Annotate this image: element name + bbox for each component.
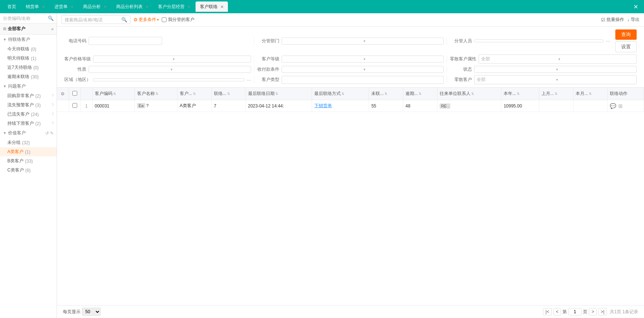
col-last-date[interactable]: 最后联络日期⇅: [246, 88, 312, 100]
col-contact-person[interactable]: 往来单位联系人⇅: [437, 88, 501, 100]
filter-payment-select[interactable]: ▾: [282, 66, 444, 73]
filter-retail-attr-select[interactable]: 全部 ▾: [479, 54, 637, 64]
nav-purchase[interactable]: 进货单 ✕: [50, 1, 78, 12]
sidebar-search-input[interactable]: [3, 16, 46, 21]
col-contact[interactable]: 联络...⇅: [211, 88, 246, 100]
filter-cust-level-select[interactable]: ▾: [282, 56, 444, 63]
pending-section-label: 待联络客户: [8, 36, 30, 43]
nav-customer-contact-close[interactable]: ✕: [221, 5, 223, 9]
nav-home[interactable]: 首页: [3, 1, 21, 12]
select-all-checkbox[interactable]: [72, 91, 77, 96]
row-check[interactable]: [69, 100, 80, 112]
col-name[interactable]: 客户名称⇅: [135, 88, 178, 100]
filter-dept-select[interactable]: ▾: [282, 38, 444, 45]
sidebar-item-churned[interactable]: 已流失客户 (24) ?: [0, 110, 57, 119]
first-page-btn[interactable]: |<: [543, 308, 552, 315]
my-customer-check[interactable]: [162, 17, 167, 22]
sidebar-item-unclassified[interactable]: 未分组 (32): [0, 138, 57, 147]
sidebar-item-tomorrow[interactable]: 明天待联络 (1): [0, 54, 57, 63]
export-icon: ↓: [627, 17, 629, 22]
settings-button[interactable]: 设置: [615, 41, 637, 52]
qr-icon[interactable]: ⊞: [618, 103, 623, 109]
search-input[interactable]: [65, 17, 120, 22]
nav-sales[interactable]: 销货单 ✕: [21, 1, 49, 12]
col-this-year[interactable]: 本年...⇅: [501, 88, 539, 100]
filter-nature-select[interactable]: ▾: [89, 66, 251, 73]
col-last-month[interactable]: 上月...⇅: [539, 88, 573, 100]
data-table-container: ⚙ 客户编码⇅ 客户名称⇅ 客户...⇅ 联络...⇅ 最后联络日期⇅ 最后联络…: [57, 88, 644, 305]
sidebar-item-a-class[interactable]: A类客户 (1): [0, 147, 57, 156]
filter-nature-arrow: ▾: [171, 67, 248, 71]
col-type[interactable]: 客户...⇅: [177, 88, 211, 100]
col-gear[interactable]: ⚙: [57, 88, 69, 100]
row-checkbox[interactable]: [72, 103, 77, 108]
per-page-select[interactable]: 50 100 200: [82, 308, 101, 316]
batch-op-btn[interactable]: ☑ 批量操作: [601, 17, 624, 23]
filter-region-dots[interactable]: ···: [247, 77, 251, 83]
chat-icon[interactable]: 💬: [610, 103, 616, 109]
nav-customer-tier-close[interactable]: ✕: [187, 5, 190, 9]
next-page-btn[interactable]: >: [589, 308, 597, 315]
row-contact-count: 7: [211, 100, 246, 112]
value-section-title[interactable]: ▼ 价值客户 ↺ ✎: [0, 128, 57, 138]
filter-retail-cust-select[interactable]: 全部 ▾: [474, 75, 637, 84]
col-no-contact[interactable]: 未联...⇅: [369, 88, 403, 100]
sidebar-collapse-btn[interactable]: «: [51, 26, 54, 32]
query-button[interactable]: 查询: [615, 29, 637, 40]
page-number-input[interactable]: [568, 308, 582, 315]
sidebar-item-7days[interactable]: 近7天待联络 (0): [0, 63, 57, 72]
col-last-method-sort: ⇅: [341, 92, 344, 96]
filter-status-select[interactable]: ▾: [474, 66, 637, 73]
filter-buttons: 查询 设置: [612, 29, 637, 52]
filter-person-dots[interactable]: ···: [606, 38, 610, 44]
edit-icon[interactable]: ✎: [50, 131, 54, 136]
sidebar-item-b-class[interactable]: B类客户 (33): [0, 156, 57, 166]
filter-cust-type-input[interactable]: [282, 76, 444, 84]
window-close-icon[interactable]: ✕: [630, 3, 641, 10]
nav-sales-close[interactable]: ✕: [42, 5, 45, 9]
sidebar-item-abnormal[interactable]: 回购异常客户 (2) ?: [0, 91, 57, 100]
filter-phone-input[interactable]: [89, 37, 162, 45]
nav-purchase-close[interactable]: ✕: [71, 5, 74, 9]
last-page-btn[interactable]: >|: [598, 308, 607, 315]
col-check[interactable]: [69, 88, 80, 100]
refresh-icon[interactable]: ↺: [45, 131, 49, 136]
filter-price-level-select[interactable]: ▾: [93, 56, 251, 63]
filter-region-select[interactable]: [93, 78, 244, 81]
col-code-label: 客户编码: [95, 91, 112, 96]
filter-person-select[interactable]: [474, 39, 604, 42]
filter-row-4: 区域（地区） ··· 客户类型 零散客户 全部 ▾: [61, 75, 640, 84]
row-no-contact: 55: [369, 100, 403, 112]
grid-icon: ⊞: [3, 26, 6, 31]
col-overdue[interactable]: 逾期...⇅: [403, 88, 437, 100]
nav-goods-analysis[interactable]: 商品分析 ✕: [79, 1, 111, 12]
col-last-method[interactable]: 最后联络方式⇅: [312, 88, 369, 100]
my-customer-checkbox[interactable]: 我分管的客户: [162, 17, 194, 23]
sidebar-item-churn-warning-count: (3): [35, 103, 41, 108]
sidebar-item-abnormal-count: (2): [35, 93, 41, 99]
filter-person-label: 分管人员: [450, 38, 472, 44]
col-this-month[interactable]: 本月...⇅: [573, 88, 607, 100]
nav-customer-tier[interactable]: 客户分层经营 ✕: [154, 1, 195, 12]
problem-section-title[interactable]: ▼ 问题客户: [0, 81, 57, 91]
sidebar-item-declining[interactable]: 持续下滑客户 (2) ?: [0, 119, 57, 128]
sidebar-search-icon[interactable]: 🔍: [48, 15, 54, 21]
search-icon[interactable]: 🔍: [121, 17, 127, 22]
filter-status: 状态 ▾: [447, 66, 640, 73]
more-filter-btn[interactable]: ⚙ 更多条件 ▾: [133, 17, 159, 23]
row-last-method-link[interactable]: 下销货单: [314, 103, 332, 108]
filter-payment-label: 收付款条件: [257, 66, 279, 73]
pending-section-title[interactable]: ▼ 待联络客户: [0, 35, 57, 45]
sidebar-item-overdue[interactable]: 逾期未联络 (30): [0, 72, 57, 81]
export-btn[interactable]: ↓ 导出: [627, 17, 640, 23]
nav-goods-analysis-close[interactable]: ✕: [104, 5, 107, 9]
nav-goods-list[interactable]: 商品分析列表 ✕: [112, 1, 153, 12]
col-code[interactable]: 客户编码⇅: [92, 88, 135, 100]
sidebar-item-c-class[interactable]: C类客户 (6): [0, 166, 57, 175]
sidebar-item-churn-warning[interactable]: 流失预警客户 (3) ?: [0, 100, 57, 110]
nav-goods-list-close[interactable]: ✕: [146, 5, 149, 9]
sidebar-item-7days-count: (0): [33, 65, 39, 70]
nav-customer-contact[interactable]: 客户联络 ✕: [196, 1, 228, 12]
sidebar-item-today[interactable]: 今天待联络 (0): [0, 45, 57, 54]
prev-page-btn[interactable]: <: [553, 308, 561, 315]
